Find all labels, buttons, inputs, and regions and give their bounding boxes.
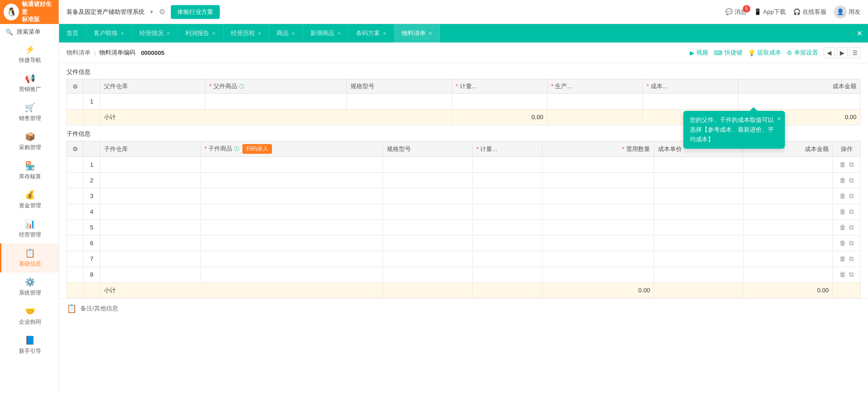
extract-cost-btn[interactable]: 💡 提取成本	[748, 48, 781, 57]
child-cost-price-2[interactable]	[654, 173, 743, 188]
child-warehouse-6[interactable]	[100, 236, 201, 251]
child-quantity-2[interactable]	[542, 173, 654, 188]
child-warehouse-3[interactable]	[100, 188, 201, 204]
parent-cost-1[interactable]	[643, 94, 738, 109]
child-cost-price-8[interactable]	[654, 267, 743, 283]
parent-unit-1[interactable]	[452, 94, 547, 109]
child-unit-7[interactable]	[472, 251, 542, 267]
tab-close-history[interactable]: ✕	[258, 31, 261, 36]
tab-new-product[interactable]: 新增商品 ✕	[303, 24, 349, 42]
copy-icon-6[interactable]: ⧉	[849, 239, 854, 247]
child-product-8[interactable]	[200, 267, 383, 283]
tab-home[interactable]: 首页	[59, 24, 86, 42]
copy-icon-1[interactable]: ⧉	[849, 161, 854, 168]
child-product-5[interactable]	[200, 220, 383, 236]
child-warehouse-8[interactable]	[100, 267, 201, 283]
child-warehouse-7[interactable]	[100, 251, 201, 267]
copy-icon-4[interactable]: ⧉	[849, 208, 854, 215]
child-quantity-8[interactable]	[542, 267, 654, 283]
next-btn[interactable]: ▶	[837, 47, 848, 58]
child-cost-price-5[interactable]	[654, 220, 743, 236]
copy-icon-5[interactable]: ⧉	[849, 224, 854, 231]
parent-col-settings[interactable]: ⚙	[67, 79, 84, 94]
child-cost-price-3[interactable]	[654, 188, 743, 204]
tab-close-operations[interactable]: ✕	[166, 31, 170, 36]
child-spec-7[interactable]	[383, 251, 473, 267]
video-btn[interactable]: ▶ 视频	[690, 48, 708, 57]
single-settings-btn[interactable]: ⚙ 单据设置	[787, 48, 818, 57]
sidebar-item-quick-nav[interactable]: ⚡ 快捷导航	[0, 40, 59, 69]
menu-btn[interactable]: ☰	[850, 47, 861, 58]
child-spec-1[interactable]	[383, 157, 473, 173]
user-avatar[interactable]: 👤 用友	[834, 6, 861, 18]
child-quantity-4[interactable]	[542, 204, 654, 220]
child-product-6[interactable]	[200, 236, 383, 251]
child-spec-3[interactable]	[383, 188, 473, 204]
child-col-settings[interactable]: ⚙	[67, 141, 84, 157]
child-product-2[interactable]	[200, 173, 383, 188]
child-quantity-3[interactable]	[542, 188, 654, 204]
child-spec-4[interactable]	[383, 204, 473, 220]
delete-icon-7[interactable]: 🗑	[839, 255, 846, 262]
delete-icon-2[interactable]: 🗑	[839, 176, 846, 184]
sidebar-item-marketing[interactable]: 📢 营销推广	[0, 69, 59, 98]
tabbar-close-btn[interactable]: ✕	[851, 29, 868, 38]
copy-icon-2[interactable]: ⧉	[849, 176, 854, 184]
sidebar-item-cooperation[interactable]: 🤝 企业协同	[0, 302, 59, 331]
delete-icon-6[interactable]: 🗑	[839, 239, 846, 247]
tab-operations[interactable]: 经营情况 ✕	[132, 24, 178, 42]
tab-products[interactable]: 商品 ✕	[269, 24, 303, 42]
parent-produce-1[interactable]	[547, 94, 643, 109]
tab-bom[interactable]: 物料清单 ✕	[394, 24, 440, 42]
copy-icon-8[interactable]: ⧉	[849, 271, 854, 278]
delete-icon-1[interactable]: 🗑	[839, 161, 846, 168]
sidebar-item-operations[interactable]: 📊 经营管理	[0, 214, 59, 243]
child-unit-2[interactable]	[472, 173, 542, 188]
sidebar-item-search[interactable]: 🔍 搜索菜单	[0, 24, 59, 40]
copy-icon-7[interactable]: ⧉	[849, 255, 854, 262]
tab-close-profit[interactable]: ✕	[212, 31, 216, 36]
child-product-7[interactable]	[200, 251, 383, 267]
child-cost-price-7[interactable]	[654, 251, 743, 267]
delete-icon-4[interactable]: 🗑	[839, 208, 846, 215]
child-spec-6[interactable]	[383, 236, 473, 251]
sidebar-item-system[interactable]: ⚙️ 系统管理	[0, 272, 59, 302]
copy-icon-3[interactable]: ⧉	[849, 192, 854, 200]
sidebar-item-purchase[interactable]: 📦 采购管理	[0, 127, 59, 156]
scan-btn[interactable]: 扫码录入	[242, 144, 272, 154]
child-cost-price-1[interactable]	[654, 157, 743, 173]
child-warehouse-1[interactable]	[100, 157, 201, 173]
tab-close-customers[interactable]: ✕	[121, 31, 124, 36]
parent-spec-1[interactable]	[346, 94, 452, 109]
child-quantity-7[interactable]	[542, 251, 654, 267]
child-unit-6[interactable]	[472, 236, 542, 251]
child-cost-price-6[interactable]	[654, 236, 743, 251]
app-download-btn[interactable]: 📱 App下载	[754, 8, 786, 16]
tab-barcode[interactable]: 条码方案 ✕	[349, 24, 394, 42]
delete-icon-8[interactable]: 🗑	[839, 271, 846, 278]
dropdown-icon[interactable]: ▾	[150, 8, 153, 15]
tab-close-bom[interactable]: ✕	[428, 31, 432, 36]
tab-close-new-product[interactable]: ✕	[337, 31, 341, 36]
prev-btn[interactable]: ◀	[824, 47, 835, 58]
child-spec-8[interactable]	[383, 267, 473, 283]
child-unit-4[interactable]	[472, 204, 542, 220]
sidebar-item-sales[interactable]: 🛒 销售管理	[0, 98, 59, 127]
tab-profit[interactable]: 利润报告 ✕	[178, 24, 223, 42]
sidebar-item-inventory[interactable]: 🏪 库存核算	[0, 156, 59, 185]
child-quantity-5[interactable]	[542, 220, 654, 236]
tooltip-close-btn[interactable]: ×	[778, 114, 781, 124]
online-service-btn[interactable]: 🎧 在线客服	[793, 8, 826, 16]
child-quantity-1[interactable]	[542, 157, 654, 173]
tab-customers[interactable]: 客户联络 ✕	[86, 24, 132, 42]
tab-close-products[interactable]: ✕	[291, 31, 295, 36]
sidebar-item-basic-info[interactable]: 📋 基础信息	[0, 243, 59, 272]
child-unit-3[interactable]	[472, 188, 542, 204]
child-warehouse-5[interactable]	[100, 220, 201, 236]
parent-product-1[interactable]	[205, 94, 346, 109]
child-unit-5[interactable]	[472, 220, 542, 236]
topbar-gear-icon[interactable]: ⚙	[159, 7, 165, 16]
child-unit-8[interactable]	[472, 267, 542, 283]
message-btn[interactable]: 💬 消息 6	[725, 8, 747, 16]
child-quantity-6[interactable]	[542, 236, 654, 251]
